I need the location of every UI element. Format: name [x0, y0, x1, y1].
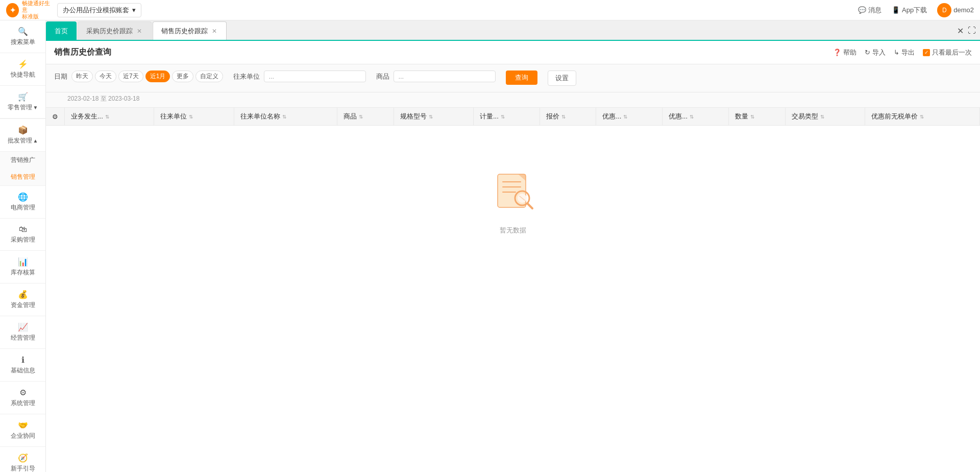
- inventory-icon: 📊: [18, 257, 28, 267]
- table-th-partner-code[interactable]: 往来单位 ⇅: [154, 108, 234, 126]
- sort-icon: ⇅: [105, 114, 109, 120]
- sidebar-item-wholesale-mgmt[interactable]: 📦 批发管理 ▲: [0, 119, 45, 152]
- tab-close-purchase-history[interactable]: ✕: [136, 28, 143, 35]
- sidebar-item-sales-mgmt[interactable]: 销售管理: [0, 169, 45, 185]
- purchase-icon: 🛍: [19, 225, 27, 234]
- data-table: ⚙ 业务发生... ⇅ 往来单位: [46, 108, 980, 126]
- tab-home[interactable]: 首页: [46, 21, 77, 40]
- sidebar-item-enterprise-collab[interactable]: 🤝 企业协同: [0, 414, 45, 447]
- sidebar-item-inventory[interactable]: 📊 库存核算: [0, 251, 45, 284]
- empty-text: 暂无数据: [500, 226, 526, 235]
- sort-icon: ⇅: [820, 114, 824, 120]
- sort-icon: ⇅: [189, 114, 193, 120]
- gear-icon: ⚙: [19, 388, 27, 397]
- table-th-spec[interactable]: 规格型号 ⇅: [394, 108, 473, 126]
- table-th-gear[interactable]: ⚙: [46, 108, 65, 126]
- sidebar-item-operations[interactable]: 📈 经营管理: [0, 316, 45, 349]
- sidebar-item-marketing[interactable]: 营销推广: [0, 152, 45, 169]
- sidebar-item-quick-nav[interactable]: ⚡ 快捷导航: [0, 53, 45, 86]
- date-btn-more[interactable]: 更多: [172, 70, 193, 82]
- table-th-trade-type[interactable]: 交易类型 ⇅: [785, 108, 865, 126]
- checkbox-icon: ✓: [923, 49, 930, 56]
- goods-input-placeholder: ...: [398, 73, 404, 80]
- lightning-icon: ⚡: [18, 59, 28, 69]
- sidebar-item-retail-mgmt[interactable]: 🛒 零售管理 ▼: [0, 86, 45, 119]
- content-area: 首页 采购历史价跟踪 ✕ 销售历史价跟踪 ✕ ✕ ⛶ 销售历史价查询: [46, 20, 980, 472]
- sidebar-item-purchase-mgmt[interactable]: 🛍 采购管理: [0, 219, 45, 251]
- message-button[interactable]: 💬 消息: [858, 6, 881, 15]
- app-selector[interactable]: 办公用品行业模拟账套 ▾: [57, 3, 141, 17]
- sort-icon: ⇅: [359, 114, 363, 120]
- close-window-icon[interactable]: ✕: [957, 26, 964, 36]
- ecommerce-icon: 🌐: [18, 192, 28, 202]
- sort-icon: ⇅: [561, 114, 566, 120]
- date-btn-custom[interactable]: 自定义: [195, 70, 223, 82]
- table-th-quoted-price[interactable]: 报价 ⇅: [540, 108, 596, 126]
- tab-purchase-history[interactable]: 采购历史价跟踪 ✕: [78, 21, 152, 40]
- sort-icon: ⇅: [750, 114, 754, 120]
- export-button[interactable]: ↳ 导出: [894, 48, 915, 57]
- table-th-pre-tax-price[interactable]: 优惠前无税单价 ⇅: [865, 108, 979, 126]
- table-th-discount2[interactable]: 优惠... ⇅: [663, 108, 729, 126]
- collab-icon: 🤝: [18, 420, 28, 430]
- sidebar-item-finance[interactable]: 💰 资金管理: [0, 284, 45, 316]
- only-last-checkbox[interactable]: ✓ 只看最后一次: [923, 48, 972, 57]
- logo-text: 畅捷通好生意 标准版: [22, 0, 52, 20]
- table-th-goods[interactable]: 商品 ⇅: [337, 108, 394, 126]
- filter-bar: 日期 昨天 今天 近7天 近1月: [46, 64, 980, 92]
- table-th-discount1[interactable]: 优惠... ⇅: [596, 108, 663, 126]
- sidebar-group-retail: 🛒 零售管理 ▼: [0, 86, 45, 119]
- goods-input[interactable]: ...: [394, 70, 496, 82]
- partner-input[interactable]: ...: [264, 70, 366, 82]
- sidebar-item-basic-info[interactable]: ℹ 基础信息: [0, 349, 45, 382]
- download-icon: 📱: [892, 6, 900, 14]
- maximize-icon[interactable]: ⛶: [968, 26, 976, 35]
- info-icon: ℹ: [21, 355, 24, 365]
- operations-icon: 📈: [18, 322, 28, 332]
- tab-bar: 首页 采购历史价跟踪 ✕ 销售历史价跟踪 ✕ ✕ ⛶: [46, 20, 980, 41]
- tab-sales-history[interactable]: 销售历史价跟踪 ✕: [153, 21, 227, 40]
- top-bar: ✦ 畅捷通好生意 标准版 办公用品行业模拟账套 ▾ 💬 消息 📱 App下载 D…: [0, 0, 980, 20]
- retail-icon: 🛒: [18, 92, 28, 102]
- tab-close-sales-history[interactable]: ✕: [211, 28, 218, 35]
- partner-filter-group: 往来单位 ...: [233, 70, 366, 82]
- table-th-biz-date[interactable]: 业务发生... ⇅: [65, 108, 154, 126]
- wholesale-icon: 📦: [18, 125, 28, 135]
- table-th-partner-name[interactable]: 往来单位名称 ⇅: [234, 108, 337, 126]
- table-header-row: ⚙ 业务发生... ⇅ 往来单位: [46, 108, 980, 126]
- avatar-icon: D: [937, 3, 951, 17]
- chevron-down-icon: ▼: [33, 105, 38, 110]
- date-btn-7days[interactable]: 近7天: [118, 70, 143, 82]
- date-filter-group: 日期 昨天 今天 近7天 近1月: [54, 70, 223, 82]
- search-icon: 🔍: [18, 27, 28, 36]
- svg-line-6: [527, 203, 532, 208]
- user-avatar[interactable]: D demo2: [937, 3, 974, 17]
- sidebar-item-ecommerce[interactable]: 🌐 电商管理: [0, 186, 45, 219]
- sidebar-item-system-mgmt[interactable]: ⚙ 系统管理: [0, 382, 45, 414]
- message-icon: 💬: [858, 6, 866, 14]
- chevron-down-icon: ▾: [132, 6, 136, 14]
- page-content: 销售历史价查询 ❓ 帮助 ↻ 导入 ↳ 导出 ✓: [46, 41, 980, 472]
- date-btn-yesterday[interactable]: 昨天: [71, 70, 93, 82]
- app-download-button[interactable]: 📱 App下载: [892, 6, 927, 15]
- sidebar: 🔍 搜索菜单 ⚡ 快捷导航 🛒 零售管理 ▼ 📦 批发管理 ▲: [0, 20, 46, 472]
- search-button[interactable]: 查询: [506, 70, 537, 85]
- table-th-quantity[interactable]: 数量 ⇅: [728, 108, 785, 126]
- finance-icon: 💰: [18, 290, 28, 299]
- chevron-up-icon: ▲: [33, 138, 38, 144]
- main-layout: 🔍 搜索菜单 ⚡ 快捷导航 🛒 零售管理 ▼ 📦 批发管理 ▲: [0, 20, 980, 472]
- date-btn-1month[interactable]: 近1月: [145, 70, 170, 82]
- setting-button[interactable]: 设置: [548, 70, 576, 86]
- sort-icon: ⇅: [429, 114, 433, 120]
- empty-illustration: [487, 167, 538, 218]
- import-button[interactable]: ↻ 导入: [865, 48, 886, 57]
- date-btn-today[interactable]: 今天: [95, 70, 116, 82]
- gear-settings-icon[interactable]: ⚙: [52, 113, 58, 121]
- sidebar-item-search-menu[interactable]: 🔍 搜索菜单: [0, 20, 45, 53]
- table-th-unit[interactable]: 计量... ⇅: [473, 108, 540, 126]
- empty-state: 暂无数据: [46, 126, 980, 276]
- sidebar-item-newbie-guide[interactable]: 🧭 新手引导: [0, 447, 45, 472]
- goods-label: 商品: [376, 72, 389, 81]
- help-button[interactable]: ❓ 帮助: [833, 48, 856, 57]
- logo-icon: ✦: [6, 3, 19, 17]
